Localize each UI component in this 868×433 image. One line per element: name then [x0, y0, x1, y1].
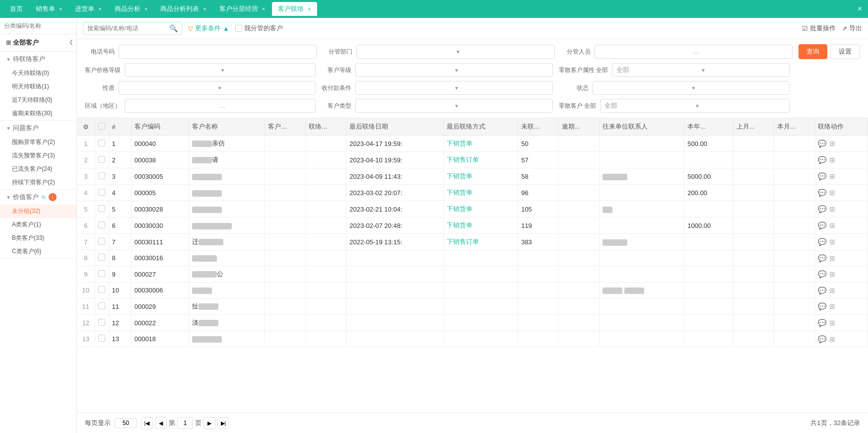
sidebar-item-churn-warning[interactable]: 流失预警客户(3) [0, 149, 76, 162]
sidebar-group-pending-header[interactable]: ▼ 待联络客户 [0, 52, 76, 67]
last-contact-method-col-header[interactable]: 最后联络方式 [444, 118, 518, 136]
row-checkbox[interactable] [98, 254, 105, 261]
tab-goods-analysis-close[interactable]: × [144, 6, 147, 12]
customer-level-select[interactable]: ▼ [355, 63, 552, 77]
sidebar-item-7days-pending[interactable]: 近7天待联络(0) [0, 93, 76, 107]
chat-icon[interactable]: 💬 [818, 189, 826, 197]
sidebar-group-value-header[interactable]: ▼ 价值客户 ↻ ! [0, 190, 76, 205]
sidebar-item-overdue[interactable]: 逾期未联络(30) [0, 107, 76, 120]
row-checkbox[interactable] [98, 302, 105, 309]
grid-action-icon[interactable]: ⊞ [829, 205, 835, 213]
last-contact-method-link[interactable]: 下销货单 [447, 189, 472, 196]
retail-attr-select[interactable]: 全部 ▼ [612, 63, 790, 77]
price-level-select[interactable]: ▼ [125, 63, 316, 77]
grid-action-icon[interactable]: ⊞ [829, 238, 835, 246]
sidebar-group-problem-header[interactable]: ▼ 问题客户 [0, 121, 76, 136]
page-number-input[interactable] [177, 417, 193, 429]
checkbox-col-header[interactable] [95, 118, 109, 136]
chat-icon[interactable]: 💬 [818, 238, 826, 246]
chat-icon[interactable]: 💬 [818, 287, 826, 294]
tab-purchase[interactable]: 进货单 × [69, 2, 107, 16]
overdue-col-header[interactable]: 逾期... [559, 118, 600, 136]
table-cell-checkbox[interactable] [95, 266, 109, 283]
sidebar-item-today-pending[interactable]: 今天待联络(0) [0, 67, 76, 80]
tab-customer-tier[interactable]: 客户分层经营 × [213, 2, 271, 16]
row-checkbox[interactable] [98, 156, 105, 163]
last-contact-date-col-header[interactable]: 最后联络日期 [346, 118, 444, 136]
table-cell-checkbox[interactable] [95, 283, 109, 298]
my-customers-checkbox[interactable]: 我分管的客户 [235, 24, 283, 33]
prev-page-btn[interactable]: ◀ [155, 417, 167, 429]
last-contact-method-link[interactable]: 下销货单 [447, 205, 472, 213]
this-year-col-header[interactable]: 本年... [684, 118, 734, 136]
grid-action-icon[interactable]: ⊞ [829, 254, 835, 262]
table-cell-checkbox[interactable] [95, 168, 109, 185]
grid-action-icon[interactable]: ⊞ [829, 189, 835, 197]
grid-action-icon[interactable]: ⊞ [829, 302, 835, 310]
chat-icon[interactable]: 💬 [818, 221, 826, 229]
sidebar-item-churned[interactable]: 已流失客户(24) [0, 162, 76, 176]
table-cell-checkbox[interactable] [95, 152, 109, 168]
row-checkbox[interactable] [98, 140, 105, 146]
next-page-btn[interactable]: ▶ [203, 417, 215, 429]
grid-action-icon[interactable]: ⊞ [829, 221, 835, 229]
grid-action-icon[interactable]: ⊞ [829, 172, 835, 180]
select-all-checkbox[interactable] [98, 123, 105, 130]
last-contact-method-link[interactable]: 下销货单 [447, 221, 472, 229]
nature-select[interactable]: ▼ [119, 81, 316, 95]
row-checkbox[interactable] [98, 335, 105, 342]
query-button[interactable]: 查询 [799, 44, 827, 59]
nav-close-all[interactable]: × [856, 2, 864, 15]
tab-goods-analysis[interactable]: 商品分析 × [109, 2, 153, 16]
region-select[interactable]: ... [125, 99, 316, 113]
tab-customer-contact[interactable]: 客户联络 × [272, 2, 317, 16]
last-month-col-header[interactable]: 上月... [733, 118, 774, 136]
retail-customer-select[interactable]: 全部 ▼ [600, 99, 790, 113]
row-checkbox[interactable] [98, 172, 105, 179]
row-checkbox[interactable] [98, 189, 105, 196]
table-cell-checkbox[interactable] [95, 331, 109, 347]
sidebar-item-ungrouped[interactable]: 未分组(32) [0, 205, 76, 218]
chat-icon[interactable]: 💬 [818, 140, 826, 147]
export-btn[interactable]: ↗ 导出 [842, 24, 862, 33]
sidebar-item-class-b[interactable]: B类客户(33) [0, 231, 76, 245]
row-checkbox[interactable] [98, 205, 105, 212]
tab-sales-close[interactable]: × [59, 6, 62, 12]
chat-icon[interactable]: 💬 [818, 205, 826, 213]
reset-button[interactable]: 设置 [830, 44, 860, 59]
row-checkbox[interactable] [98, 238, 105, 245]
grid-action-icon[interactable]: ⊞ [829, 156, 835, 164]
last-contact-method-link[interactable]: 下销售订单 [447, 156, 479, 163]
chat-icon[interactable]: 💬 [818, 156, 826, 164]
sidebar-item-class-c[interactable]: C类客户(6) [0, 245, 76, 258]
contact-col-header[interactable]: 联络... [306, 118, 346, 136]
code-col-header[interactable]: 客户编码 [131, 118, 189, 136]
no-contact-col-header[interactable]: 未联... [518, 118, 559, 136]
page-size-input[interactable] [115, 418, 137, 428]
unit-contact-col-header[interactable]: 往来单位联系人 [600, 118, 684, 136]
my-customers-check[interactable] [235, 25, 242, 32]
grid-action-icon[interactable]: ⊞ [829, 319, 835, 327]
table-cell-checkbox[interactable] [95, 217, 109, 234]
table-cell-checkbox[interactable] [95, 234, 109, 250]
sidebar-item-abnormal-hoarding[interactable]: 囤购异常客户(2) [0, 136, 76, 149]
batch-ops-btn[interactable]: ☑ 批量操作 [802, 24, 836, 33]
type-col-header[interactable]: 客户... [265, 118, 306, 136]
table-cell-checkbox[interactable] [95, 250, 109, 266]
status-select[interactable]: ▼ [593, 81, 790, 95]
manager-select[interactable]: ... [595, 45, 793, 59]
chat-icon[interactable]: 💬 [818, 302, 826, 310]
dept-select[interactable]: ▼ [356, 45, 554, 59]
collapse-icon[interactable]: 《 [67, 39, 72, 47]
grid-action-icon[interactable]: ⊞ [829, 270, 835, 278]
name-col-header[interactable]: 客户名称 [189, 118, 265, 136]
filter-search-icon[interactable]: 🔍 [169, 24, 178, 32]
sidebar-search-input[interactable] [4, 22, 77, 29]
grid-action-icon[interactable]: ⊞ [829, 287, 835, 294]
grid-action-icon[interactable]: ⊞ [829, 140, 835, 147]
table-cell-checkbox[interactable] [95, 298, 109, 315]
last-contact-method-link[interactable]: 下销货单 [447, 140, 472, 147]
settings-col-header[interactable]: ⚙ [77, 118, 95, 136]
chat-icon[interactable]: 💬 [818, 270, 826, 278]
first-page-btn[interactable]: |◀ [141, 417, 153, 429]
